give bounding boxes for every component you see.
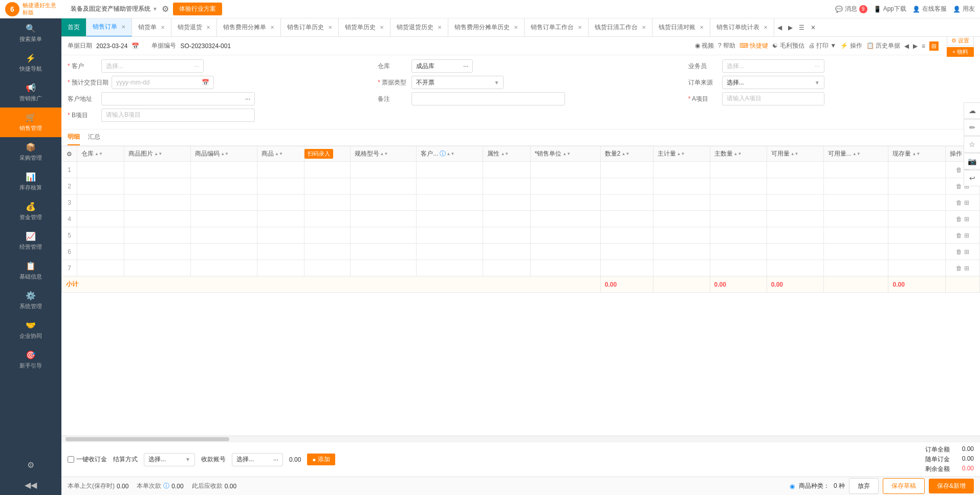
online-service-btn[interactable]: 👤 在线客服	[912, 5, 947, 13]
tab-expense-split-history[interactable]: 销售费用分摊单历史 ✕	[448, 18, 525, 37]
prev-record-icon[interactable]: ◀	[904, 42, 909, 50]
row4-main-qty[interactable]	[710, 211, 767, 227]
row6-sales-unit[interactable]	[530, 244, 600, 260]
right-btn-cloud[interactable]: ☁	[964, 102, 980, 119]
customer-more-icon[interactable]: ···	[194, 62, 199, 70]
row1-product[interactable]	[257, 162, 304, 178]
right-btn-camera[interactable]: 📷	[964, 153, 980, 169]
col-main-qty[interactable]: 主数量▲▼	[710, 146, 767, 162]
row3-copy-icon[interactable]: ⊞	[964, 199, 969, 206]
row5-available-more[interactable]	[823, 227, 888, 244]
row3-qty2[interactable]	[600, 195, 653, 211]
row7-current-stock[interactable]	[888, 260, 945, 276]
tab-sales-slip-history[interactable]: 销货单历史 ✕	[339, 18, 390, 37]
sidebar-item-finance[interactable]: 💰 资金管理	[0, 197, 61, 226]
col-product-img[interactable]: 商品图片▲▼	[124, 146, 191, 162]
tab-sales-order-history[interactable]: 销售订单历史 ✕	[281, 18, 339, 37]
tab-detail[interactable]: 明细	[68, 133, 80, 145]
add-payment-btn[interactable]: ● 添加	[307, 454, 335, 465]
row2-warehouse[interactable]	[77, 178, 124, 195]
sidebar-item-quicknav[interactable]: ⚡ 快捷导航	[0, 48, 61, 78]
row4-customer[interactable]	[417, 211, 483, 227]
scrollbar-row[interactable]	[61, 436, 980, 442]
row3-available-more[interactable]	[823, 195, 888, 211]
help-btn[interactable]: ? 帮助	[718, 41, 735, 50]
calendar-icon[interactable]: 📅	[132, 42, 139, 50]
row1-delete-icon[interactable]: 🗑	[956, 166, 962, 174]
row6-current-stock[interactable]	[888, 244, 945, 260]
tab-sales-expense-split-close-icon[interactable]: ✕	[270, 25, 274, 30]
col-product-code[interactable]: 商品编码▲▼	[191, 146, 257, 162]
row2-current-stock[interactable]	[888, 178, 945, 195]
row4-main-unit[interactable]	[653, 211, 710, 227]
row3-attribute[interactable]	[483, 195, 530, 211]
row1-sales-unit[interactable]	[530, 162, 600, 178]
row5-copy-icon[interactable]: ⊞	[964, 232, 969, 239]
tab-sales-order[interactable]: 销售订单 ✕	[86, 18, 132, 37]
sidebar-item-guide[interactable]: 🎯 新手引导	[0, 345, 61, 375]
row7-product-code[interactable]	[191, 260, 257, 276]
row2-main-unit[interactable]	[653, 178, 710, 195]
right-btn-star[interactable]: ☆	[964, 136, 980, 153]
col-qty2[interactable]: 数量2▲▼	[600, 146, 653, 162]
row3-warehouse[interactable]	[77, 195, 124, 211]
sidebar-item-sales[interactable]: 🛒 销售管理	[0, 107, 61, 137]
table-container[interactable]: ⚙ 仓库▲▼ 商品图片▲▼ 商品编码▲▼ 商品▲▼ 扫码录入 规格型号▲▼ 客户…	[61, 146, 980, 436]
row4-copy-icon[interactable]: ⊞	[964, 216, 969, 223]
tab-menu-btn[interactable]: ☰	[796, 18, 808, 37]
address-more-icon[interactable]: ···	[245, 95, 250, 102]
row3-available[interactable]	[767, 195, 823, 211]
discard-btn[interactable]: 放弃	[849, 478, 879, 494]
one-click-checkbox[interactable]	[68, 456, 74, 463]
tab-expense-split-history-close-icon[interactable]: ✕	[514, 25, 518, 30]
user-btn[interactable]: 👤 用友	[953, 5, 975, 13]
tab-sales-slip-close-icon[interactable]: ✕	[161, 25, 165, 30]
row6-product-img[interactable]	[124, 244, 191, 260]
row1-available[interactable]	[767, 162, 823, 178]
row7-sales-unit[interactable]	[530, 260, 600, 276]
tab-sales-return[interactable]: 销货退货 ✕	[171, 18, 217, 37]
row6-product[interactable]	[257, 244, 304, 260]
row4-product[interactable]	[257, 211, 304, 227]
tab-order-workbench[interactable]: 销售订单工作台 ✕	[525, 18, 589, 37]
row2-customer[interactable]	[417, 178, 483, 195]
row7-main-qty[interactable]	[710, 260, 767, 276]
row4-warehouse[interactable]	[77, 211, 124, 227]
row5-spec[interactable]	[350, 227, 417, 244]
list-view-icon[interactable]: ≡	[922, 42, 925, 50]
tab-daily-clear-workbench[interactable]: 钱货日清工作台 ✕	[589, 18, 652, 37]
warehouse-more-icon[interactable]: ···	[463, 62, 468, 70]
right-btn-back[interactable]: ↩	[964, 170, 980, 186]
col-customer-more[interactable]: 客户...ⓘ▲▼	[417, 146, 483, 162]
row6-qty2[interactable]	[600, 244, 653, 260]
grid-view-icon[interactable]: ⊞	[929, 41, 939, 51]
row4-product-code[interactable]	[191, 211, 257, 227]
row2-spec[interactable]	[350, 178, 417, 195]
row5-main-unit[interactable]	[653, 227, 710, 244]
next-record-icon[interactable]: ▶	[913, 42, 918, 50]
app-download-btn[interactable]: 📱 App下载	[874, 5, 906, 13]
row5-warehouse[interactable]	[77, 227, 124, 244]
row7-attribute[interactable]	[483, 260, 530, 276]
row4-sales-unit[interactable]	[530, 211, 600, 227]
video-btn[interactable]: ◉ 视频	[695, 41, 714, 50]
payment-method-select[interactable]: 选择... ▼	[144, 453, 195, 466]
col-spec[interactable]: 规格型号▲▼	[350, 146, 417, 162]
row1-spec[interactable]	[350, 162, 417, 178]
invoice-type-select[interactable]: 不开票 ▼	[411, 76, 504, 89]
a-project-input[interactable]: 请输入A项目	[722, 92, 824, 105]
sidebar-item-collapse[interactable]: ◀◀	[0, 475, 61, 495]
row2-product[interactable]	[257, 178, 304, 195]
b-project-input[interactable]: 请输入B项目	[101, 109, 255, 122]
col-product[interactable]: 商品▲▼	[257, 146, 304, 162]
tab-sales-expense-split[interactable]: 销售费用分摊单 ✕	[217, 18, 281, 37]
col-main-unit[interactable]: 主计量▲▼	[653, 146, 710, 162]
tab-sales-return-history-close-icon[interactable]: ✕	[438, 25, 442, 30]
row1-qty2[interactable]	[600, 162, 653, 178]
col-settings-icon[interactable]: ⚙	[62, 146, 77, 162]
save-draft-btn[interactable]: 保存草稿	[883, 478, 925, 494]
tab-sales-slip-history-close-icon[interactable]: ✕	[380, 25, 384, 30]
row3-customer[interactable]	[417, 195, 483, 211]
row6-scan[interactable]	[304, 244, 350, 260]
remarks-input[interactable]	[411, 92, 565, 105]
